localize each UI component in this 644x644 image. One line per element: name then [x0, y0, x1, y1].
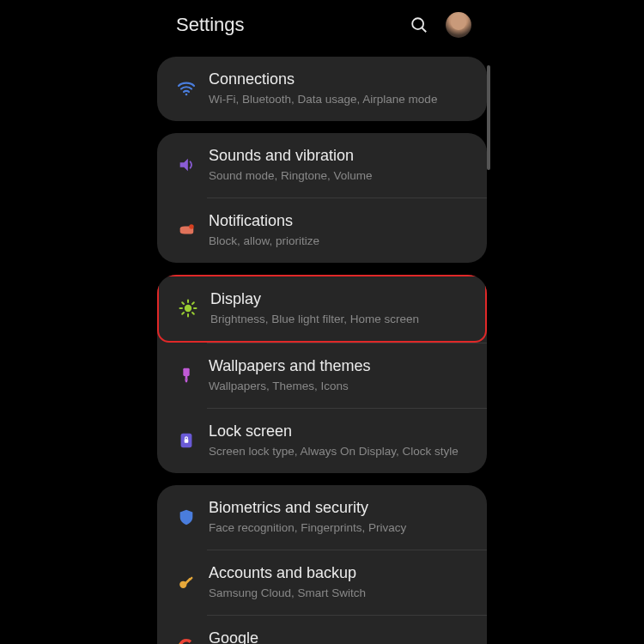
- item-subtitle: Samsung Cloud, Smart Switch: [209, 586, 475, 601]
- item-label: Google: [209, 629, 475, 645]
- header: Settings: [157, 0, 487, 57]
- header-actions: [410, 12, 471, 38]
- svg-line-1: [422, 27, 426, 32]
- settings-item-google[interactable]: Google Google settings: [157, 616, 487, 645]
- settings-item-notifications[interactable]: Notifications Block, allow, prioritize: [157, 198, 487, 263]
- google-icon: [167, 637, 205, 644]
- item-label: Sounds and vibration: [209, 146, 475, 166]
- settings-group: Sounds and vibration Sound mode, Rington…: [157, 133, 487, 263]
- svg-point-0: [412, 18, 423, 29]
- settings-item-biometrics[interactable]: Biometrics and security Face recognition…: [157, 485, 487, 550]
- item-body: Notifications Block, allow, prioritize: [205, 211, 475, 249]
- page-title: Settings: [176, 14, 245, 36]
- settings-item-accounts[interactable]: Accounts and backup Samsung Cloud, Smart…: [157, 550, 487, 615]
- item-subtitle: Screen lock type, Always On Display, Clo…: [209, 444, 475, 459]
- settings-item-display[interactable]: Display Brightness, Blue light filter, H…: [157, 275, 487, 343]
- shield-icon: [167, 507, 205, 526]
- svg-line-11: [182, 313, 184, 314]
- wifi-icon: [167, 78, 205, 99]
- settings-item-wallpapers[interactable]: Wallpapers and themes Wallpapers, Themes…: [157, 343, 487, 408]
- scrollbar[interactable]: [487, 65, 490, 170]
- item-body: Biometrics and security Face recognition…: [205, 498, 475, 536]
- svg-line-10: [192, 313, 194, 314]
- item-body: Display Brightness, Blue light filter, H…: [207, 289, 473, 327]
- settings-screen: Settings Connections: [153, 0, 491, 644]
- svg-line-9: [182, 302, 184, 304]
- item-subtitle: Wi-Fi, Bluetooth, Data usage, Airplane m…: [209, 92, 475, 107]
- svg-rect-14: [185, 376, 188, 380]
- item-body: Sounds and vibration Sound mode, Rington…: [205, 146, 475, 184]
- svg-point-4: [185, 305, 191, 312]
- search-icon[interactable]: [410, 15, 428, 34]
- svg-point-2: [185, 94, 188, 96]
- lock-icon: [167, 431, 205, 450]
- settings-group: Biometrics and security Face recognition…: [157, 485, 487, 644]
- svg-point-3: [189, 224, 194, 229]
- sun-icon: [169, 298, 207, 319]
- item-label: Lock screen: [209, 422, 475, 441]
- svg-line-12: [192, 302, 194, 304]
- item-body: Wallpapers and themes Wallpapers, Themes…: [205, 356, 475, 394]
- item-label: Display: [210, 289, 473, 309]
- item-subtitle: Brightness, Blue light filter, Home scre…: [210, 312, 473, 327]
- item-label: Notifications: [209, 211, 475, 231]
- item-subtitle: Block, allow, prioritize: [209, 234, 475, 249]
- brush-icon: [167, 366, 205, 385]
- settings-group: Connections Wi-Fi, Bluetooth, Data usage…: [157, 57, 487, 121]
- item-label: Connections: [209, 70, 475, 89]
- item-body: Accounts and backup Samsung Cloud, Smart…: [205, 563, 475, 601]
- item-subtitle: Face recognition, Fingerprints, Privacy: [209, 520, 475, 536]
- sound-icon: [167, 155, 205, 174]
- item-label: Accounts and backup: [209, 563, 475, 583]
- settings-item-connections[interactable]: Connections Wi-Fi, Bluetooth, Data usage…: [157, 57, 487, 121]
- item-label: Biometrics and security: [209, 498, 475, 518]
- key-icon: [167, 573, 205, 592]
- svg-rect-13: [183, 368, 189, 375]
- settings-item-sounds[interactable]: Sounds and vibration Sound mode, Rington…: [157, 133, 487, 197]
- item-subtitle: Sound mode, Ringtone, Volume: [209, 168, 475, 184]
- svg-rect-16: [185, 439, 189, 443]
- item-subtitle: Wallpapers, Themes, Icons: [209, 379, 475, 394]
- avatar[interactable]: [446, 12, 471, 38]
- item-body: Google Google settings: [205, 629, 475, 645]
- settings-group: Display Brightness, Blue light filter, H…: [157, 275, 487, 473]
- item-body: Connections Wi-Fi, Bluetooth, Data usage…: [205, 70, 475, 107]
- item-label: Wallpapers and themes: [209, 356, 475, 376]
- settings-item-lockscreen[interactable]: Lock screen Screen lock type, Always On …: [157, 409, 487, 473]
- bell-icon: [167, 221, 205, 240]
- item-body: Lock screen Screen lock type, Always On …: [205, 422, 475, 459]
